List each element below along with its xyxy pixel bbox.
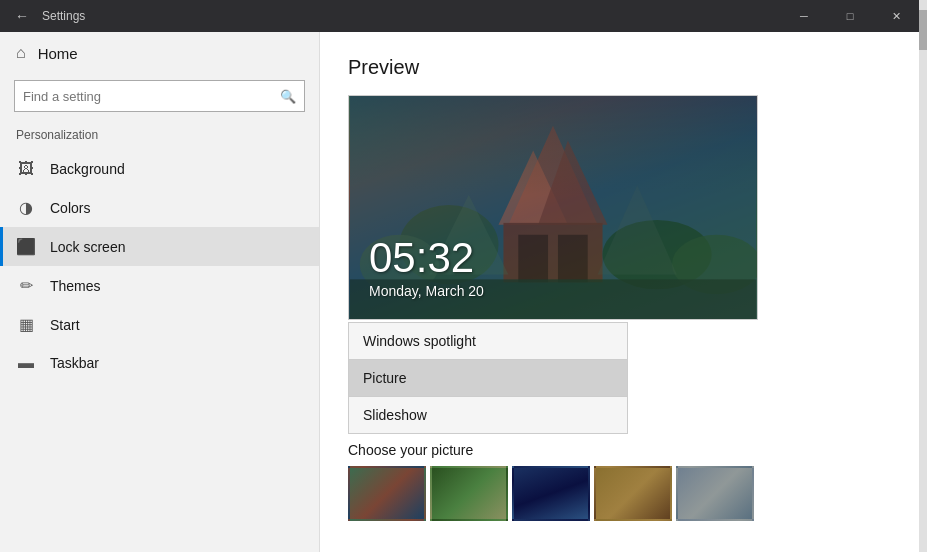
back-icon: ← bbox=[15, 8, 29, 24]
minimize-button[interactable]: ─ bbox=[781, 0, 827, 32]
preview-overlay: 05:32 Monday, March 20 bbox=[369, 237, 484, 299]
svg-rect-6 bbox=[558, 235, 588, 283]
option-picture[interactable]: Picture bbox=[348, 360, 628, 397]
taskbar-icon: ▬ bbox=[16, 354, 36, 372]
preview-title: Preview bbox=[348, 56, 899, 79]
sidebar-item-lock-screen-label: Lock screen bbox=[50, 239, 125, 255]
sidebar-item-background-label: Background bbox=[50, 161, 125, 177]
preview-time: 05:32 bbox=[369, 237, 484, 279]
app-container: ⌂ Home 🔍 Personalization 🖼 Background ◑ … bbox=[0, 32, 927, 552]
option-slideshow[interactable]: Slideshow bbox=[348, 397, 628, 434]
sidebar-item-themes[interactable]: ✏ Themes bbox=[0, 266, 319, 305]
svg-rect-4 bbox=[503, 223, 602, 282]
lock-screen-icon: ⬛ bbox=[16, 237, 36, 256]
option-windows-spotlight[interactable]: Windows spotlight bbox=[348, 322, 628, 360]
choose-picture-label: Choose your picture bbox=[348, 442, 899, 458]
svg-rect-5 bbox=[518, 235, 548, 283]
home-icon: ⌂ bbox=[16, 44, 26, 62]
lock-screen-dropdown: Windows spotlight Picture Slideshow bbox=[348, 322, 628, 434]
colors-icon: ◑ bbox=[16, 198, 36, 217]
sidebar-item-colors[interactable]: ◑ Colors bbox=[0, 188, 319, 227]
preview-date: Monday, March 20 bbox=[369, 283, 484, 299]
sidebar-item-background[interactable]: 🖼 Background bbox=[0, 150, 319, 188]
search-input[interactable] bbox=[23, 89, 280, 104]
minimize-icon: ─ bbox=[800, 10, 808, 22]
sidebar-item-taskbar[interactable]: ▬ Taskbar bbox=[0, 344, 319, 382]
themes-icon: ✏ bbox=[16, 276, 36, 295]
close-icon: ✕ bbox=[892, 10, 901, 23]
thumbnail-5[interactable] bbox=[676, 466, 754, 521]
sidebar-item-taskbar-label: Taskbar bbox=[50, 355, 99, 371]
sidebar: ⌂ Home 🔍 Personalization 🖼 Background ◑ … bbox=[0, 32, 320, 552]
sidebar-item-start[interactable]: ▦ Start bbox=[0, 305, 319, 344]
maximize-icon: □ bbox=[847, 10, 854, 22]
window-controls: ─ □ ✕ bbox=[781, 0, 919, 32]
sidebar-item-start-label: Start bbox=[50, 317, 80, 333]
svg-rect-14 bbox=[350, 96, 756, 195]
search-box: 🔍 bbox=[14, 80, 305, 112]
back-button[interactable]: ← bbox=[8, 2, 36, 30]
sidebar-item-colors-label: Colors bbox=[50, 200, 90, 216]
maximize-button[interactable]: □ bbox=[827, 0, 873, 32]
sidebar-item-themes-label: Themes bbox=[50, 278, 101, 294]
sidebar-item-home[interactable]: ⌂ Home bbox=[0, 32, 319, 74]
scrollbar-track bbox=[919, 0, 927, 552]
thumbnail-3[interactable] bbox=[512, 466, 590, 521]
home-label: Home bbox=[38, 45, 78, 62]
content-area: Preview bbox=[320, 32, 927, 552]
section-label: Personalization bbox=[0, 124, 319, 150]
search-icon[interactable]: 🔍 bbox=[280, 89, 296, 104]
close-button[interactable]: ✕ bbox=[873, 0, 919, 32]
scrollbar-thumb[interactable] bbox=[919, 10, 927, 50]
thumbnail-1[interactable] bbox=[348, 466, 426, 521]
start-icon: ▦ bbox=[16, 315, 36, 334]
preview-image: 05:32 Monday, March 20 bbox=[348, 95, 758, 320]
thumbnail-4[interactable] bbox=[594, 466, 672, 521]
window-title: Settings bbox=[42, 9, 781, 23]
titlebar: ← Settings ─ □ ✕ bbox=[0, 0, 927, 32]
sidebar-item-lock-screen[interactable]: ⬛ Lock screen bbox=[0, 227, 319, 266]
background-icon: 🖼 bbox=[16, 160, 36, 178]
thumbnail-2[interactable] bbox=[430, 466, 508, 521]
thumbnail-strip bbox=[348, 466, 899, 521]
